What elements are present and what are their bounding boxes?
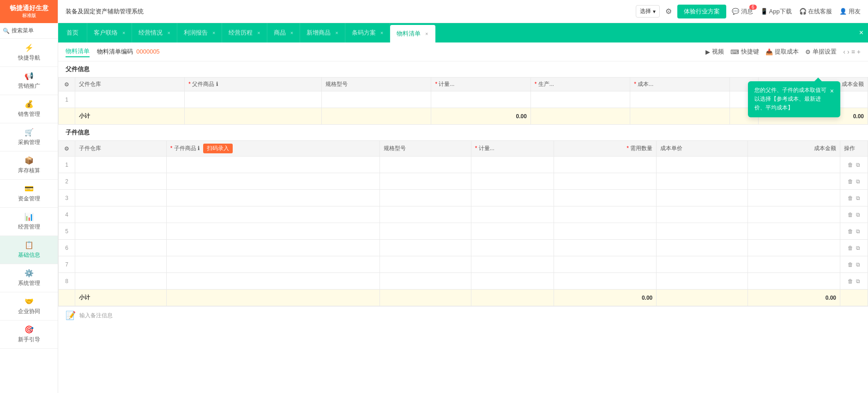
child-row-5-unit[interactable] xyxy=(471,223,554,240)
nav-next-btn[interactable]: › xyxy=(847,48,850,55)
sidebar-item-operations[interactable]: 📊 经营管理 xyxy=(0,208,58,236)
child-row-6-unit-cost[interactable] xyxy=(657,240,748,256)
subheader-tab-bom-code[interactable]: 物料清单编码 0000005 xyxy=(97,47,160,57)
child-row-4-warehouse[interactable] xyxy=(75,206,167,223)
child-row-1-unit-cost[interactable] xyxy=(657,157,748,173)
copy-icon-8[interactable]: ⧉ xyxy=(856,278,860,284)
parent-row-1-product[interactable] xyxy=(185,91,322,108)
app-download-btn[interactable]: 📱 App下载 xyxy=(760,7,792,16)
child-row-4-unit[interactable] xyxy=(471,206,554,223)
nav-list-btn[interactable]: ≡ xyxy=(851,48,855,55)
child-row-3-needed-qty[interactable] xyxy=(554,190,657,206)
shortcut-btn[interactable]: ⌨ 快捷键 xyxy=(730,48,759,56)
child-row-7-unit[interactable] xyxy=(471,256,554,273)
tab-barcode[interactable]: 条码方案 × xyxy=(345,23,390,42)
sidebar-item-finance[interactable]: 💳 资金管理 xyxy=(0,180,58,208)
child-row-5-spec[interactable] xyxy=(380,223,471,240)
global-close-btn[interactable]: × xyxy=(855,29,868,37)
child-row-3-warehouse[interactable] xyxy=(75,190,167,206)
tab-ops-status-close[interactable]: × xyxy=(167,30,170,36)
child-row-8-product[interactable] xyxy=(166,273,380,290)
video-btn[interactable]: ▶ 视频 xyxy=(705,48,724,56)
parent-row-1-warehouse[interactable] xyxy=(75,91,185,108)
delete-icon-1[interactable]: 🗑 xyxy=(848,162,853,168)
add-note-icon[interactable]: 📝 xyxy=(66,310,76,320)
child-row-1-product[interactable] xyxy=(166,157,380,173)
child-row-1-unit[interactable] xyxy=(471,157,554,173)
child-row-8-needed-qty[interactable] xyxy=(554,273,657,290)
child-row-5-unit-cost[interactable] xyxy=(657,223,748,240)
cost-btn[interactable]: 📥 提取成本 xyxy=(766,48,799,56)
parent-row-1-unit[interactable] xyxy=(431,91,530,108)
child-row-2-product[interactable] xyxy=(166,173,380,190)
tab-operations-history[interactable]: 经营历程 × xyxy=(222,23,267,42)
tab-profit-close[interactable]: × xyxy=(212,30,215,36)
child-row-7-unit-cost[interactable] xyxy=(657,256,748,273)
child-row-6-spec[interactable] xyxy=(380,240,471,256)
delete-icon-3[interactable]: 🗑 xyxy=(848,195,853,201)
tab-customers-close[interactable]: × xyxy=(122,30,125,36)
copy-icon-3[interactable]: ⧉ xyxy=(856,195,860,201)
tab-home[interactable]: 首页 xyxy=(58,23,87,42)
tab-new-product-close[interactable]: × xyxy=(335,30,338,36)
tab-bom-close[interactable]: × xyxy=(425,31,428,36)
child-row-8-spec[interactable] xyxy=(380,273,471,290)
sidebar-item-marketing[interactable]: 📢 营销推广 xyxy=(0,67,58,95)
gear-icon[interactable]: ⚙ xyxy=(665,7,672,16)
copy-icon-1[interactable]: ⧉ xyxy=(856,162,860,168)
child-row-4-unit-cost[interactable] xyxy=(657,206,748,223)
child-row-8-unit[interactable] xyxy=(471,273,554,290)
delete-icon-2[interactable]: 🗑 xyxy=(848,178,853,185)
copy-icon-5[interactable]: ⧉ xyxy=(856,228,860,235)
child-row-1-warehouse[interactable] xyxy=(75,157,167,173)
sidebar-item-guide[interactable]: 🎯 新手引导 xyxy=(0,320,58,349)
sidebar-item-sales[interactable]: 💰 销售管理 xyxy=(0,95,58,123)
child-row-5-warehouse[interactable] xyxy=(75,223,167,240)
sidebar-item-purchase[interactable]: 🛒 采购管理 xyxy=(0,123,58,151)
sidebar-item-system[interactable]: ⚙️ 系统管理 xyxy=(0,264,58,292)
system-select[interactable]: 选择 ▾ xyxy=(636,5,660,18)
child-row-2-needed-qty[interactable] xyxy=(554,173,657,190)
child-row-3-unit[interactable] xyxy=(471,190,554,206)
copy-icon-6[interactable]: ⧉ xyxy=(856,245,860,251)
user-btn[interactable]: 👤 用友 xyxy=(839,7,861,16)
subheader-tab-bom-list[interactable]: 物料清单 xyxy=(66,46,90,57)
child-row-3-spec[interactable] xyxy=(380,190,471,206)
sidebar-item-quick-nav[interactable]: ⚡ 快捷导航 xyxy=(0,39,58,67)
parent-col-gear[interactable]: ⚙ xyxy=(59,78,75,91)
child-row-4-needed-qty[interactable] xyxy=(554,206,657,223)
tab-profit-report[interactable]: 利润报告 × xyxy=(177,23,222,42)
messages-btn[interactable]: 💬 6 消息 xyxy=(732,7,753,16)
child-row-7-product[interactable] xyxy=(166,256,380,273)
child-row-1-spec[interactable] xyxy=(380,157,471,173)
delete-icon-8[interactable]: 🗑 xyxy=(848,278,853,284)
receipt-settings-btn[interactable]: ⚙ 单据设置 xyxy=(805,48,837,56)
experience-btn[interactable]: 体验行业方案 xyxy=(677,5,726,18)
child-row-7-needed-qty[interactable] xyxy=(554,256,657,273)
child-row-8-unit-cost[interactable] xyxy=(657,273,748,290)
child-row-7-spec[interactable] xyxy=(380,256,471,273)
tab-products-close[interactable]: × xyxy=(290,30,293,36)
sidebar-search[interactable]: 🔍 搜索菜单 xyxy=(0,23,58,39)
child-row-6-warehouse[interactable] xyxy=(75,240,167,256)
delete-icon-6[interactable]: 🗑 xyxy=(848,245,853,251)
tab-new-product[interactable]: 新增商品 × xyxy=(300,23,345,42)
child-row-7-warehouse[interactable] xyxy=(75,256,167,273)
delete-icon-7[interactable]: 🗑 xyxy=(848,261,853,268)
tooltip-close-btn[interactable]: × xyxy=(830,86,834,96)
child-row-3-unit-cost[interactable] xyxy=(657,190,748,206)
online-service-btn[interactable]: 🎧 在线客服 xyxy=(799,7,832,16)
child-row-2-unit-cost[interactable] xyxy=(657,173,748,190)
copy-icon-4[interactable]: ⧉ xyxy=(856,212,860,218)
tab-customers[interactable]: 客户联络 × xyxy=(87,23,132,42)
tab-bom-list[interactable]: 物料清单 × xyxy=(390,25,435,42)
child-row-2-spec[interactable] xyxy=(380,173,471,190)
child-col-gear[interactable]: ⚙ xyxy=(59,141,75,157)
copy-icon-2[interactable]: ⧉ xyxy=(856,178,860,185)
nav-add-btn[interactable]: + xyxy=(857,48,861,55)
tab-products[interactable]: 商品 × xyxy=(267,23,300,42)
sidebar-item-inventory[interactable]: 📦 库存核算 xyxy=(0,151,58,180)
parent-row-1-spec[interactable] xyxy=(322,91,431,108)
parent-row-1-cost[interactable] xyxy=(630,91,729,108)
tab-barcode-close[interactable]: × xyxy=(380,30,383,36)
